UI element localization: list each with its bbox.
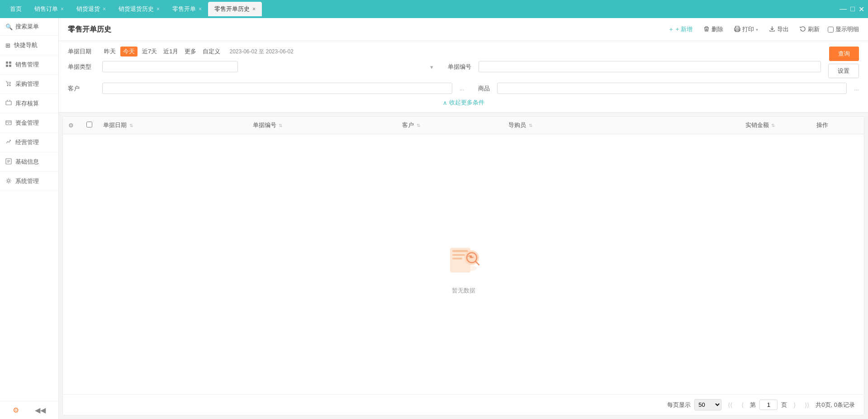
doc-no-input[interactable] <box>479 61 821 72</box>
add-icon: ＋ <box>668 25 674 33</box>
total-info: 共0页, 0条记录 <box>816 401 855 409</box>
refresh-button[interactable]: 刷新 <box>797 24 822 35</box>
close-icon[interactable]: ✕ <box>859 5 864 14</box>
date-more[interactable]: 更多 <box>183 47 198 56</box>
sidebar-item-sales-mgmt[interactable]: 销售管理 <box>0 55 58 75</box>
settings-bottom-icon[interactable]: ⚙ <box>13 406 19 414</box>
goods-ellipsis[interactable]: ... <box>854 85 859 92</box>
first-page-button[interactable]: ⟨⟨ <box>725 400 735 410</box>
th-salesperson[interactable]: 导购员 ⇅ <box>503 117 631 134</box>
show-detail-checkbox[interactable]: 显示明细 <box>828 25 859 33</box>
empty-illustration <box>441 234 486 279</box>
date-last-month[interactable]: 近1月 <box>161 47 180 56</box>
th-date-label: 单据日期 <box>103 122 127 128</box>
tab-retail-open-close[interactable]: × <box>199 6 202 12</box>
tab-sales-return-history[interactable]: 销货退货历史 × <box>112 2 166 16</box>
delete-label: 删除 <box>711 25 723 33</box>
export-label: 导出 <box>777 25 789 33</box>
sidebar-item-system-label: 系统管理 <box>15 177 39 185</box>
th-no[interactable]: 单据编号 ⇅ <box>247 117 397 134</box>
sidebar-item-quick-nav[interactable]: ⊞ 快捷导航 <box>0 36 58 55</box>
tab-sales-return-history-close[interactable]: × <box>157 6 160 12</box>
print-icon <box>734 26 740 33</box>
show-detail-input[interactable] <box>828 27 834 33</box>
sidebar-item-operations[interactable]: 经营管理 <box>0 133 58 152</box>
date-today[interactable]: 今天 <box>120 47 138 56</box>
content-area: 零售开单历史 ＋ + 新增 删除 <box>59 18 868 419</box>
doc-type-select[interactable] <box>102 61 238 72</box>
customer-ellipsis[interactable]: ... <box>460 85 465 92</box>
empty-state: 暂无数据 <box>63 134 864 394</box>
sidebar-item-purchase-mgmt[interactable]: 采购管理 <box>0 75 58 94</box>
date-last7[interactable]: 近7天 <box>140 47 159 56</box>
print-button[interactable]: 打印 ▾ <box>731 24 761 35</box>
th-settings: ⚙ <box>63 117 81 134</box>
date-yesterday[interactable]: 昨天 <box>102 47 118 56</box>
sidebar-item-system[interactable]: 系统管理 <box>0 172 58 191</box>
export-button[interactable]: 导出 <box>766 24 792 35</box>
svg-rect-0 <box>6 61 8 64</box>
refresh-label: 刷新 <box>808 25 820 33</box>
pagination: 每页显示 10 20 50 100 ⟨⟨ ⟨ 第 页 ⟩ ⟩⟩ 共0页, 0条记… <box>63 394 864 415</box>
print-label: 打印 <box>742 25 754 33</box>
settings-button[interactable]: 设置 <box>828 64 859 78</box>
collapse-sidebar-icon[interactable]: ◀◀ <box>35 406 46 414</box>
page-label: 第 <box>750 401 756 409</box>
maximize-icon[interactable]: □ <box>850 5 855 13</box>
next-page-button[interactable]: ⟩ <box>791 400 798 410</box>
th-customer[interactable]: 客户 ⇅ <box>397 117 503 134</box>
sales-mgmt-icon <box>5 61 12 69</box>
prev-page-button[interactable]: ⟨ <box>739 400 746 410</box>
page-title: 零售开单历史 <box>68 25 111 34</box>
page-suffix: 页 <box>781 401 787 409</box>
table-settings-icon[interactable]: ⚙ <box>68 122 74 129</box>
per-page-select[interactable]: 10 20 50 100 <box>694 399 721 410</box>
sidebar-item-inventory[interactable]: 库存核算 <box>0 94 58 113</box>
sidebar-item-finance-label: 资金管理 <box>15 119 39 127</box>
doc-no-filter-label: 单据编号 <box>444 63 471 71</box>
tab-retail-open[interactable]: 零售开单 × <box>166 2 208 16</box>
query-button[interactable]: 查询 <box>829 47 859 61</box>
tab-sales-order[interactable]: 销售订单 × <box>28 2 70 16</box>
last-page-button[interactable]: ⟩⟩ <box>802 400 812 410</box>
delete-button[interactable]: 删除 <box>701 24 726 35</box>
date-range-display: 2023-06-02 至 2023-06-02 <box>229 48 293 56</box>
sidebar-item-quick-nav-label: 快捷导航 <box>14 41 38 49</box>
collapse-filter-btn[interactable]: ∧ 收起更多条件 <box>68 99 859 107</box>
sidebar-item-finance[interactable]: 资金管理 <box>0 113 58 133</box>
tab-sales-return[interactable]: 销货退货 × <box>70 2 112 16</box>
tab-sales-return-close[interactable]: × <box>103 6 106 12</box>
basic-info-icon <box>5 158 12 166</box>
tab-home[interactable]: 首页 <box>4 2 28 16</box>
th-date[interactable]: 单据日期 ⇅ <box>98 117 247 134</box>
page-number-input[interactable] <box>759 400 778 410</box>
sidebar-item-operations-label: 经营管理 <box>15 138 39 146</box>
sidebar-item-purchase-mgmt-label: 采购管理 <box>15 80 39 88</box>
sidebar-item-basic-info[interactable]: 基础信息 <box>0 152 58 172</box>
svg-point-10 <box>8 179 10 182</box>
minimize-icon[interactable]: — <box>840 5 847 13</box>
operations-icon <box>5 139 12 146</box>
svg-rect-11 <box>735 26 739 28</box>
th-customer-label: 客户 <box>402 122 414 128</box>
svg-rect-18 <box>452 258 462 259</box>
print-dropdown-icon: ▾ <box>756 27 758 32</box>
main-layout: 🔍 搜索菜单 ⊞ 快捷导航 销售管理 <box>0 18 868 419</box>
svg-point-8 <box>8 123 9 124</box>
sidebar-search[interactable]: 🔍 搜索菜单 <box>0 18 58 36</box>
th-action-label: 操作 <box>816 122 828 128</box>
date-custom[interactable]: 自定义 <box>201 47 222 56</box>
add-label: + 新增 <box>676 25 693 33</box>
filter-area: 单据日期 昨天 今天 近7天 近1月 更多 自定义 2023-06-02 至 2… <box>59 41 868 113</box>
customer-input[interactable] <box>102 83 452 94</box>
tab-retail-history-close[interactable]: × <box>252 6 256 12</box>
goods-input[interactable] <box>497 83 847 94</box>
filter-row-date: 单据日期 昨天 今天 近7天 近1月 更多 自定义 2023-06-02 至 2… <box>68 47 821 56</box>
select-all-checkbox[interactable] <box>86 122 92 127</box>
th-no-label: 单据编号 <box>253 122 276 128</box>
th-amount[interactable]: 实销金额 ⇅ <box>631 117 781 134</box>
tab-retail-history[interactable]: 零售开单历史 × <box>208 2 262 16</box>
tab-sales-order-close[interactable]: × <box>61 6 64 12</box>
tab-retail-history-label: 零售开单历史 <box>214 5 250 13</box>
add-button[interactable]: ＋ + 新增 <box>665 24 695 35</box>
